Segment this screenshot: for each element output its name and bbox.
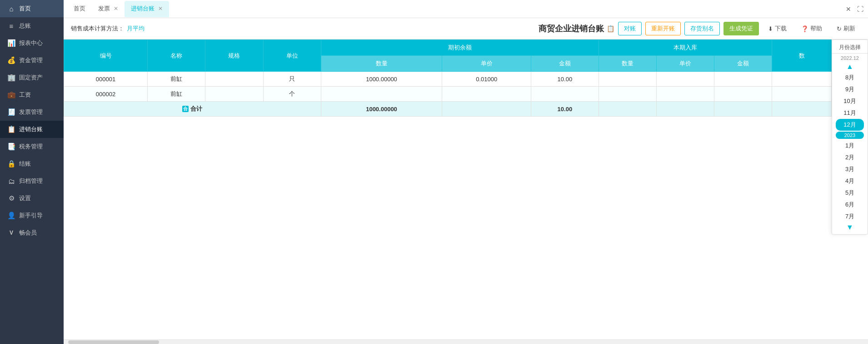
th-extra: 数	[772, 40, 832, 72]
sidebar-item-tax[interactable]: 📑 税务管理	[0, 138, 64, 155]
sidebar-item-vip[interactable]: V 畅会员	[0, 224, 64, 241]
generate-voucher-button[interactable]: 生成凭证	[723, 22, 759, 35]
month-item-6[interactable]: 6月	[832, 199, 868, 211]
total-label-cell: 合 合计	[64, 102, 321, 117]
main-area: 首页 发票 ✕ 进销台账 ✕ ✕ ⛶ 销售成本计算方法： 月平均 商贸企业进销台…	[64, 0, 868, 344]
sidebar-item-home[interactable]: ⌂ 首页	[0, 0, 64, 17]
scrollbar-thumb[interactable]	[68, 340, 159, 344]
maximize-button[interactable]: ⛶	[856, 5, 864, 13]
total-in-price	[656, 102, 714, 117]
tab-home[interactable]: 首页	[67, 1, 92, 17]
month-next-button[interactable]: ▼	[843, 223, 856, 231]
tab-close-purchase-sales[interactable]: ✕	[158, 5, 163, 12]
month-item-4[interactable]: 4月	[832, 175, 868, 187]
table-header-row-1: 编号 名称 规格 单位 期初余额 本期入库 数	[64, 40, 832, 56]
table-wrapper: 编号 名称 规格 单位 期初余额 本期入库 数 数量 单价 金额 数量 单价	[64, 39, 868, 339]
total-open-qty: 1000.00000	[321, 102, 442, 117]
help-icon: ❓	[801, 25, 808, 32]
sidebar-item-purchase-sales[interactable]: 📋 进销台账	[0, 121, 64, 138]
sidebar-item-salary[interactable]: 💼 工资	[0, 86, 64, 103]
minimize-button[interactable]: ✕	[844, 5, 853, 13]
sidebar-item-guide[interactable]: 👤 新手引导	[0, 207, 64, 224]
close-account-icon: 🔒	[7, 160, 15, 168]
cell-spec	[205, 87, 263, 102]
sidebar-item-invoice-mgmt[interactable]: 🧾 发票管理	[0, 103, 64, 121]
total-open-amount: 10.00	[531, 102, 599, 117]
th-in-amount: 金额	[714, 56, 772, 72]
sidebar-item-reports[interactable]: 📊 报表中心	[0, 34, 64, 52]
refresh-button[interactable]: ↻ 刷新	[831, 22, 861, 35]
reopen-button[interactable]: 重新开账	[645, 22, 681, 35]
cell-in-price	[656, 87, 714, 102]
month-item-3[interactable]: 3月	[832, 163, 868, 175]
th-opening-balance: 期初余额	[321, 40, 599, 56]
guide-icon: 👤	[7, 211, 15, 220]
month-selector-panel: 月份选择 2022.12 ▲ 8月 9月 10月 11月 12月 2023 1月…	[832, 39, 868, 235]
content-area: 销售成本计算方法： 月平均 商贸企业进销台账 📋 对账 重新开账 存货别名 生成…	[64, 18, 868, 344]
vip-icon: V	[7, 230, 15, 236]
sidebar-item-archive[interactable]: 🗂 归档管理	[0, 172, 64, 190]
window-controls: ✕ ⛶	[844, 5, 864, 13]
table-row: 000002 前缸 个	[64, 87, 832, 102]
table-total-row: 合 合计 1000.00000 10.00	[64, 102, 832, 117]
sidebar-item-funds[interactable]: 💰 资金管理	[0, 52, 64, 69]
table-row: 000001 前缸 只 1000.00000 0.01000 10.00	[64, 72, 832, 87]
funds-icon: 💰	[7, 56, 15, 64]
cell-unit: 个	[263, 87, 321, 102]
cell-in-amount	[714, 72, 772, 87]
month-item-7[interactable]: 7月	[832, 211, 868, 222]
page-title: 商贸企业进销台账 📋	[539, 23, 614, 34]
download-button[interactable]: ⬇ 下载	[763, 22, 792, 35]
total-in-amount	[714, 102, 772, 117]
th-unit: 单位	[263, 40, 321, 72]
assets-icon: 🏢	[7, 74, 15, 82]
download-icon: ⬇	[768, 25, 773, 32]
salary-icon: 💼	[7, 91, 15, 99]
tab-invoice[interactable]: 发票 ✕	[92, 1, 125, 17]
total-extra	[772, 102, 832, 117]
total-open-price	[442, 102, 531, 117]
th-current-in: 本期入库	[599, 40, 772, 56]
cell-open-qty	[321, 87, 442, 102]
th-open-price: 单价	[442, 56, 531, 72]
sidebar-item-assets[interactable]: 🏢 固定资产	[0, 69, 64, 86]
th-in-price: 单价	[656, 56, 714, 72]
month-item-1[interactable]: 1月	[832, 140, 868, 152]
month-item-11[interactable]: 11月	[832, 107, 868, 119]
reports-icon: 📊	[7, 39, 15, 47]
year-2023-badge: 2023	[836, 132, 864, 139]
edit-title-icon[interactable]: 📋	[607, 25, 614, 32]
toolbar-actions: 对账 重新开账 存货别名 生成凭证 ⬇ 下载 ❓ 帮助 ↻ 刷新	[618, 22, 861, 35]
th-in-qty: 数量	[599, 56, 656, 72]
tab-close-invoice[interactable]: ✕	[114, 5, 118, 12]
sidebar-item-ledger[interactable]: ≡ 总账	[0, 17, 64, 34]
purchase-sales-icon: 📋	[7, 125, 15, 133]
th-open-amount: 金额	[531, 56, 599, 72]
cell-open-qty: 1000.00000	[321, 72, 442, 87]
cell-extra	[772, 87, 832, 102]
sidebar: ⌂ 首页 ≡ 总账 📊 报表中心 💰 资金管理 🏢 固定资产 💼 工资 🧾 发票…	[0, 0, 64, 344]
settings-icon: ⚙	[7, 194, 15, 202]
tab-purchase-sales[interactable]: 进销台账 ✕	[125, 1, 169, 17]
month-item-8[interactable]: 8月	[832, 72, 868, 84]
home-icon: ⌂	[7, 5, 15, 13]
horizontal-scrollbar[interactable]	[64, 339, 868, 344]
total-in-qty	[599, 102, 656, 117]
save-alias-button[interactable]: 存货别名	[684, 22, 720, 35]
cell-open-amount: 10.00	[531, 72, 599, 87]
month-item-5[interactable]: 5月	[832, 187, 868, 199]
help-button[interactable]: ❓ 帮助	[796, 22, 828, 35]
sidebar-item-close[interactable]: 🔒 结账	[0, 155, 64, 172]
total-icon: 合	[182, 106, 189, 112]
month-prev-button[interactable]: ▲	[843, 63, 856, 71]
th-name: 名称	[148, 40, 205, 72]
month-item-9[interactable]: 9月	[832, 84, 868, 95]
month-item-2[interactable]: 2月	[832, 152, 868, 163]
month-item-10[interactable]: 10月	[832, 95, 868, 107]
reconcile-button[interactable]: 对账	[618, 22, 642, 35]
sidebar-item-settings[interactable]: ⚙ 设置	[0, 190, 64, 207]
th-code: 编号	[64, 40, 148, 72]
month-item-12[interactable]: 12月	[836, 119, 864, 131]
refresh-icon: ↻	[837, 25, 842, 32]
main-table: 编号 名称 规格 单位 期初余额 本期入库 数 数量 单价 金额 数量 单价	[64, 39, 832, 117]
